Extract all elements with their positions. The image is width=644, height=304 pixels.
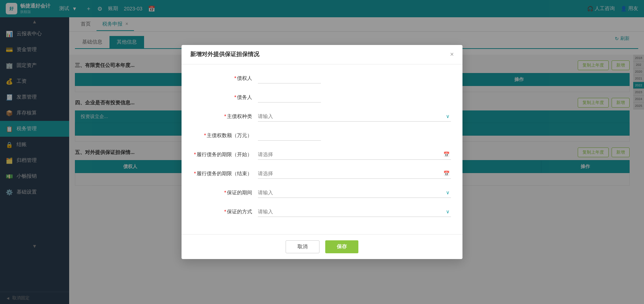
period-end-required-mark: * [194, 171, 196, 176]
period-start-input[interactable] [258, 149, 442, 159]
guarantee-method-select-wrapper[interactable]: ∨ [258, 207, 451, 217]
form-row-guarantee-method: *保证的方式 ∨ [193, 207, 451, 217]
form-row-guarantee-period: *保证的期间 ∨ [193, 187, 451, 198]
period-start-calendar-icon[interactable]: 📅 [442, 151, 451, 157]
debtor-required-mark: * [234, 94, 236, 100]
creditor-required-mark: * [234, 75, 236, 81]
period-end-label: *履行债务的期限（结束） [193, 171, 258, 177]
form-row-debtor: *债务人 [193, 92, 451, 103]
modal-close-button[interactable]: × [450, 51, 454, 58]
modal-body: *债权人 *债务人 *主债权种类 [182, 64, 462, 234]
form-row-claim-amount: *主债权数额（万元） [193, 130, 451, 141]
claim-type-arrow-icon[interactable]: ∨ [444, 113, 451, 119]
claim-amount-label: *主债权数额（万元） [193, 132, 258, 139]
guarantee-period-select-wrapper[interactable]: ∨ [258, 187, 451, 198]
claim-type-select-wrapper[interactable]: ∨ [258, 111, 451, 122]
claim-type-label: *主债权种类 [193, 113, 258, 120]
modal: 新增对外提供保证担保情况 × *债权人 *债务人 [182, 45, 462, 259]
form-row-period-end: *履行债务的期限（结束） 📅 [193, 168, 451, 179]
form-row-claim-type: *主债权种类 ∨ [193, 111, 451, 122]
period-start-required-mark: * [194, 151, 196, 157]
claim-amount-required-mark: * [204, 132, 206, 138]
claim-amount-input[interactable] [258, 130, 321, 141]
period-start-date-wrapper[interactable]: 📅 [258, 149, 451, 160]
claim-type-input[interactable] [258, 111, 444, 121]
debtor-label: *债务人 [193, 94, 258, 101]
claim-amount-input-wrapper [258, 130, 451, 141]
form-row-creditor: *债权人 [193, 73, 451, 83]
period-end-input[interactable] [258, 168, 442, 178]
guarantee-method-label: *保证的方式 [193, 209, 258, 215]
modal-overlay: 新增对外提供保证担保情况 × *债权人 *债务人 [0, 0, 644, 304]
creditor-label: *债权人 [193, 75, 258, 82]
guarantee-method-arrow-icon[interactable]: ∨ [444, 209, 451, 214]
guarantee-period-label: *保证的期间 [193, 190, 258, 196]
guarantee-period-arrow-icon[interactable]: ∨ [444, 190, 451, 195]
modal-title: 新增对外提供保证担保情况 [190, 51, 259, 58]
guarantee-method-input[interactable] [258, 207, 444, 217]
claim-type-required-mark: * [224, 113, 226, 119]
cancel-button[interactable]: 取消 [286, 240, 319, 253]
save-button[interactable]: 保存 [325, 240, 358, 253]
debtor-input-wrapper [258, 92, 451, 103]
period-start-label: *履行债务的期限（开始） [193, 151, 258, 158]
form-row-period-start: *履行债务的期限（开始） 📅 [193, 149, 451, 160]
creditor-input[interactable] [258, 73, 321, 83]
modal-header: 新增对外提供保证担保情况 × [182, 45, 462, 64]
period-end-date-wrapper[interactable]: 📅 [258, 168, 451, 179]
debtor-input[interactable] [258, 92, 321, 103]
period-end-calendar-icon[interactable]: 📅 [442, 171, 451, 176]
guarantee-period-input[interactable] [258, 187, 444, 198]
guarantee-method-required-mark: * [224, 209, 226, 214]
creditor-input-wrapper [258, 73, 451, 83]
guarantee-period-required-mark: * [224, 190, 226, 195]
modal-footer: 取消 保存 [182, 234, 462, 259]
